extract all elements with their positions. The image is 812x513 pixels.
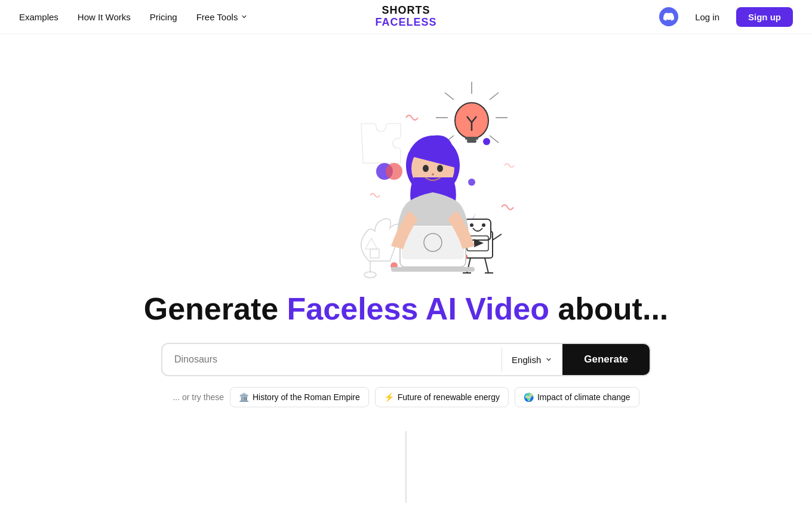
search-input[interactable] xyxy=(162,345,502,374)
section-divider xyxy=(405,431,407,503)
suggestion-chip-climate[interactable]: 🌍 Impact of climate change xyxy=(515,387,639,407)
nav-free-tools[interactable]: Free Tools xyxy=(196,12,249,22)
suggestions-row: ... or try these 🏛️ History of the Roman… xyxy=(173,387,639,407)
svg-rect-16 xyxy=(467,140,476,143)
svg-point-35 xyxy=(437,165,443,172)
site-logo[interactable]: SHORTS FACELESS xyxy=(375,5,436,29)
nav-right: Log in Sign up xyxy=(659,7,793,27)
signup-button[interactable]: Sign up xyxy=(736,7,793,27)
svg-point-22 xyxy=(470,223,473,227)
hero-section: Generate Faceless AI Video about... Engl… xyxy=(0,34,812,503)
nav-examples[interactable]: Examples xyxy=(19,12,59,22)
svg-point-1 xyxy=(386,163,402,180)
chevron-down-icon xyxy=(545,355,553,364)
svg-point-14 xyxy=(455,103,488,139)
svg-point-36 xyxy=(432,173,434,176)
nav-pricing[interactable]: Pricing xyxy=(150,12,177,22)
svg-rect-38 xyxy=(402,226,464,259)
svg-rect-40 xyxy=(391,267,475,272)
svg-point-23 xyxy=(482,223,485,227)
language-selector[interactable]: English xyxy=(502,348,562,372)
login-button[interactable]: Log in xyxy=(688,8,727,26)
suggestion-chip-roman[interactable]: 🏛️ History of the Roman Empire xyxy=(230,387,369,407)
svg-line-11 xyxy=(445,93,454,100)
hero-headline: Generate Faceless AI Video about... xyxy=(144,292,669,326)
search-bar: English Generate xyxy=(161,343,651,376)
hero-illustration xyxy=(269,46,543,285)
generate-button[interactable]: Generate xyxy=(562,344,650,375)
svg-line-8 xyxy=(490,93,499,100)
svg-line-27 xyxy=(493,234,502,240)
suggestions-label: ... or try these xyxy=(173,392,224,402)
svg-point-17 xyxy=(483,138,490,145)
svg-line-10 xyxy=(490,136,499,143)
chevron-down-icon xyxy=(240,13,248,21)
svg-line-29 xyxy=(485,258,488,273)
nav-left: Examples How It Works Pricing Free Tools xyxy=(19,12,248,22)
discord-icon[interactable] xyxy=(659,7,678,26)
navbar: Examples How It Works Pricing Free Tools… xyxy=(0,0,812,34)
svg-point-4 xyxy=(468,179,475,186)
suggestion-chip-energy[interactable]: ⚡ Future of renewable energy xyxy=(375,387,509,407)
svg-rect-15 xyxy=(465,137,478,140)
svg-point-34 xyxy=(423,165,429,172)
nav-how-it-works[interactable]: How It Works xyxy=(78,12,131,22)
